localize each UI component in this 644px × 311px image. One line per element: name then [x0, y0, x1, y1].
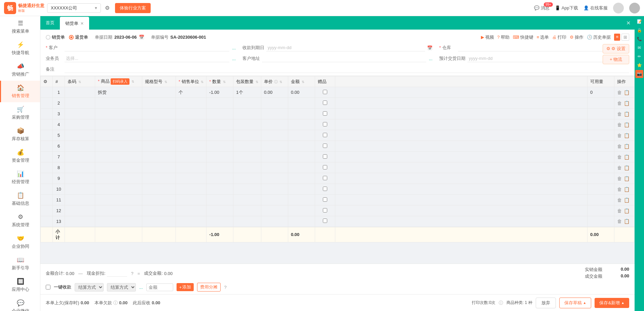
cell-barcode[interactable] — [65, 162, 95, 173]
cell-pkg-qty[interactable]: 1个 — [233, 87, 261, 98]
cell-amount[interactable] — [288, 98, 315, 109]
save-draft-btn[interactable]: 保存草稿 ▲ — [559, 298, 592, 308]
cell-barcode[interactable] — [65, 109, 95, 119]
gift-checkbox[interactable] — [323, 122, 327, 126]
cell-qty[interactable] — [206, 109, 233, 119]
cell-barcode[interactable] — [65, 216, 95, 227]
delete-icon[interactable]: 🗑 — [617, 101, 622, 106]
gift-checkbox[interactable] — [323, 197, 327, 202]
cell-amount[interactable] — [288, 141, 315, 152]
delete-icon[interactable]: 🗑 — [617, 176, 622, 181]
cell-spec[interactable] — [142, 195, 176, 205]
cell-price[interactable] — [261, 119, 288, 130]
cell-product[interactable] — [95, 130, 142, 141]
cell-gift[interactable] — [315, 173, 335, 184]
cell-barcode[interactable] — [65, 141, 95, 152]
copy-icon[interactable]: 📋 — [624, 197, 630, 203]
cell-gift[interactable] — [315, 162, 335, 173]
radio-sales[interactable]: 销货单 — [46, 34, 65, 40]
cash-discount-input[interactable] — [107, 270, 127, 277]
cell-unit[interactable] — [176, 173, 206, 184]
cell-pkg-qty[interactable] — [233, 216, 261, 227]
history-btn[interactable]: 🕒 历史单据 — [587, 34, 611, 40]
discard-btn[interactable]: 放弃 — [536, 298, 556, 308]
expense-split-btn[interactable]: 费用分摊 — [197, 283, 221, 291]
cell-qty[interactable] — [206, 152, 233, 162]
cell-spec[interactable] — [142, 119, 176, 130]
payment-help-icon[interactable]: ? — [224, 285, 226, 290]
rfloat-item-2[interactable]: 🔒 — [635, 26, 643, 34]
rfloat-item-5[interactable]: ✏ — [635, 52, 643, 61]
date-calendar-icon[interactable]: 📅 — [139, 35, 144, 40]
cell-pkg-qty[interactable] — [233, 109, 261, 119]
cell-spec[interactable] — [142, 98, 176, 109]
cell-amount[interactable] — [288, 216, 315, 227]
cell-pkg-qty[interactable] — [233, 141, 261, 152]
cell-qty[interactable] — [206, 141, 233, 152]
cell-product[interactable] — [95, 109, 142, 119]
cell-unit[interactable] — [176, 184, 206, 195]
delete-icon[interactable]: 🗑 — [617, 208, 622, 213]
one-click-pay-checkbox[interactable] — [46, 285, 50, 289]
cell-gift[interactable] — [315, 205, 335, 216]
cell-amount[interactable] — [288, 162, 315, 173]
settings-btn[interactable]: ⚙ ⚙ 设置 — [603, 44, 629, 53]
copy-icon[interactable]: 📋 — [624, 101, 630, 106]
cell-unit[interactable] — [176, 109, 206, 119]
cell-price[interactable] — [261, 141, 288, 152]
discount-help-icon[interactable]: ? — [131, 271, 134, 276]
gift-checkbox[interactable] — [323, 176, 327, 180]
cell-unit[interactable] — [176, 130, 206, 141]
delete-icon[interactable]: 🗑 — [617, 187, 622, 192]
delete-icon[interactable]: 🗑 — [617, 154, 622, 160]
rfloat-item-1[interactable]: 📝 — [635, 17, 643, 26]
gift-checkbox[interactable] — [323, 165, 327, 169]
delete-icon[interactable]: 🗑 — [617, 122, 622, 127]
cell-price[interactable]: 0.00 — [261, 87, 288, 98]
copy-icon[interactable]: 📋 — [624, 219, 630, 224]
payment-amount-input[interactable] — [146, 283, 173, 291]
operation-btn[interactable]: ⚙ 操作 — [570, 34, 583, 40]
delete-icon[interactable]: 🗑 — [617, 133, 622, 138]
cell-price[interactable] — [261, 109, 288, 119]
sidebar-item-marketing[interactable]: 📣 营销推广 — [0, 59, 40, 81]
cell-pkg-qty[interactable] — [233, 205, 261, 216]
cell-barcode[interactable] — [65, 119, 95, 130]
gift-checkbox[interactable] — [323, 144, 327, 148]
cell-qty[interactable] — [206, 119, 233, 130]
tab-bar-close-icon[interactable]: ✕ — [626, 20, 631, 26]
delete-icon[interactable]: 🗑 — [617, 90, 622, 95]
cell-price[interactable] — [261, 130, 288, 141]
cell-gift[interactable] — [315, 216, 335, 227]
cell-spec[interactable] — [142, 162, 176, 173]
cell-gift[interactable] — [315, 87, 335, 98]
cell-qty[interactable] — [206, 216, 233, 227]
sidebar-item-guide[interactable]: 📖 新手引导 — [0, 253, 40, 274]
gift-checkbox[interactable] — [323, 101, 327, 105]
copy-icon[interactable]: 📋 — [624, 208, 630, 213]
cell-spec[interactable] — [142, 173, 176, 184]
sidebar-item-purchase[interactable]: 🛒 采购管理 — [0, 102, 40, 124]
cell-price[interactable] — [261, 195, 288, 205]
cell-gift[interactable] — [315, 109, 335, 119]
cell-unit[interactable] — [176, 152, 206, 162]
scan-btn[interactable]: 扫码录入 — [111, 78, 129, 85]
cell-unit[interactable] — [176, 141, 206, 152]
tab-close-icon[interactable]: ✕ — [80, 21, 84, 26]
cell-gift[interactable] — [315, 98, 335, 109]
rfloat-item-7[interactable]: 📷 — [635, 70, 643, 78]
cell-price[interactable] — [261, 216, 288, 227]
cell-barcode[interactable] — [65, 173, 95, 184]
sidebar-item-operations[interactable]: 📊 经营管理 — [0, 167, 40, 188]
cell-spec[interactable] — [142, 152, 176, 162]
cell-product[interactable] — [95, 162, 142, 173]
cell-price[interactable] — [261, 184, 288, 195]
cell-pkg-qty[interactable] — [233, 184, 261, 195]
cell-barcode[interactable] — [65, 205, 95, 216]
cell-pkg-qty[interactable] — [233, 173, 261, 184]
cell-amount[interactable] — [288, 184, 315, 195]
add-payment-btn[interactable]: + 添加 — [177, 283, 194, 291]
customer-addr-input[interactable] — [262, 55, 426, 62]
sidebar-item-system[interactable]: ⚙ 系统管理 — [0, 210, 40, 231]
cell-product[interactable] — [95, 141, 142, 152]
